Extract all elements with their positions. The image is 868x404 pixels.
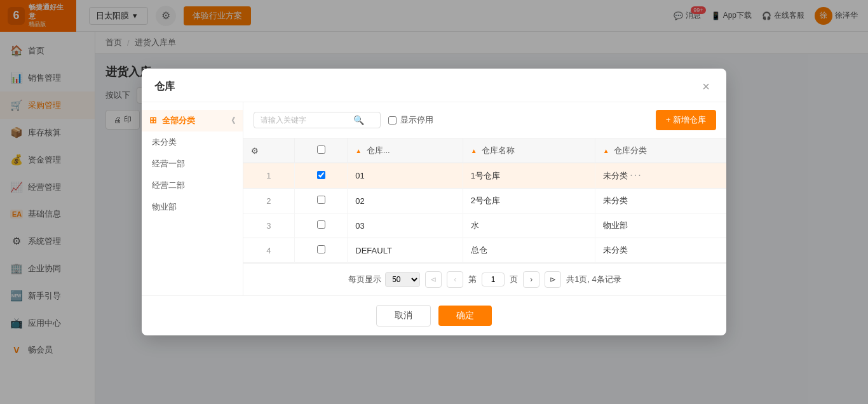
warehouse-table: ⚙ ▲ 仓库... ▲ 仓库名称: [243, 138, 726, 263]
row-checkbox[interactable]: [317, 196, 325, 204]
category-item-ops2[interactable]: 经营二部: [142, 175, 243, 196]
page-size-select[interactable]: 50 100 200: [385, 272, 420, 287]
page-unit: 页: [510, 274, 518, 285]
row-code: 02: [348, 189, 463, 213]
row-checkbox-cell: [294, 238, 348, 263]
page-size-label: 每页显示: [348, 274, 381, 285]
sort-icon-code: ▲: [355, 147, 362, 154]
row-name: 2号仓库: [463, 189, 595, 213]
dialog-close-btn[interactable]: ×: [698, 79, 714, 94]
row-checkbox[interactable]: [317, 171, 325, 179]
row-name: 水: [463, 213, 595, 238]
show-disabled-label: 显示停用: [400, 114, 433, 126]
dialog-footer: 取消 确定: [142, 295, 726, 335]
category-item-uncategorized[interactable]: 未分类: [142, 131, 243, 153]
row-code: DEFAULT: [348, 238, 463, 263]
data-table-wrap: ⚙ ▲ 仓库... ▲ 仓库名称: [243, 138, 726, 263]
table-row[interactable]: 3 03 水 物业部: [243, 213, 726, 238]
row-num: 4: [243, 238, 294, 263]
category-panel: ⊞ 全部分类 《 未分类 经营一部 经营二部 物业部: [142, 102, 243, 295]
row-num: 3: [243, 213, 294, 238]
row-code: 03: [348, 213, 463, 238]
category-all-label: 全部分类: [162, 116, 195, 125]
row-category: 未分类 ···: [595, 163, 726, 189]
category-all-btn[interactable]: ⊞ 全部分类 《: [142, 110, 243, 131]
show-disabled-wrap: 显示停用: [388, 114, 433, 126]
row-actions-btn[interactable]: ···: [630, 170, 642, 180]
page-label: 第: [468, 274, 477, 285]
col-checkbox: [294, 138, 348, 163]
warehouse-dialog: 仓库 × ⊞ 全部分类 《 未分类 经营一部 经营二部 物业部: [142, 69, 726, 335]
show-disabled-checkbox[interactable]: [388, 116, 397, 125]
prev-page-btn[interactable]: ‹: [447, 271, 463, 288]
add-warehouse-btn[interactable]: + 新增仓库: [656, 110, 716, 130]
row-num: 2: [243, 189, 294, 213]
category-item-ops1[interactable]: 经营一部: [142, 153, 243, 175]
total-info: 共1页, 4条记录: [566, 274, 621, 285]
modal-overlay: 仓库 × ⊞ 全部分类 《 未分类 经营一部 经营二部 物业部: [0, 0, 868, 404]
table-panel: 🔍 显示停用 + 新增仓库 ⚙: [243, 102, 726, 295]
grid-icon: ⊞: [149, 115, 157, 125]
row-name: 总仓: [463, 238, 595, 263]
dialog-title: 仓库: [154, 80, 175, 93]
page-input[interactable]: [482, 273, 505, 286]
select-all-checkbox[interactable]: [317, 145, 325, 154]
search-input[interactable]: [261, 116, 349, 125]
row-category: 未分类: [595, 238, 726, 263]
table-row[interactable]: 2 02 2号仓库 未分类: [243, 189, 726, 213]
last-page-btn[interactable]: ⊳: [545, 271, 561, 288]
row-code: 01: [348, 163, 463, 189]
search-input-wrap: 🔍: [254, 112, 381, 128]
confirm-btn[interactable]: 确定: [438, 306, 492, 326]
col-gear: ⚙: [243, 138, 294, 163]
row-category: 未分类: [595, 189, 726, 213]
table-row[interactable]: 1 01 1号仓库 未分类 ···: [243, 163, 726, 189]
search-bar: 🔍 显示停用 + 新增仓库: [243, 102, 726, 138]
row-checkbox-cell: [294, 163, 348, 189]
row-checkbox[interactable]: [317, 245, 325, 253]
pagination: 每页显示 50 100 200 ⊲ ‹ 第 页 › ⊳ 共1页, 4条记录: [243, 263, 726, 295]
sort-icon-name: ▲: [471, 147, 477, 154]
cancel-btn[interactable]: 取消: [376, 305, 431, 327]
row-checkbox-cell: [294, 189, 348, 213]
sort-icon-category: ▲: [603, 147, 609, 154]
col-category: ▲ 仓库分类: [595, 138, 726, 163]
row-checkbox[interactable]: [317, 220, 325, 229]
row-name: 1号仓库: [463, 163, 595, 189]
next-page-btn[interactable]: ›: [523, 271, 539, 288]
dialog-body: ⊞ 全部分类 《 未分类 经营一部 经营二部 物业部 🔍: [142, 102, 726, 295]
dialog-header: 仓库 ×: [142, 69, 726, 102]
row-checkbox-cell: [294, 213, 348, 238]
first-page-btn[interactable]: ⊲: [425, 271, 442, 288]
search-icon[interactable]: 🔍: [353, 115, 364, 125]
table-row[interactable]: 4 DEFAULT 总仓 未分类: [243, 238, 726, 263]
page-size-wrap: 每页显示 50 100 200: [348, 272, 420, 287]
col-code: ▲ 仓库...: [348, 138, 463, 163]
col-name: ▲ 仓库名称: [463, 138, 595, 163]
row-category: 物业部: [595, 213, 726, 238]
row-num: 1: [243, 163, 294, 189]
collapse-icon[interactable]: 《: [227, 116, 235, 126]
category-item-property[interactable]: 物业部: [142, 196, 243, 218]
